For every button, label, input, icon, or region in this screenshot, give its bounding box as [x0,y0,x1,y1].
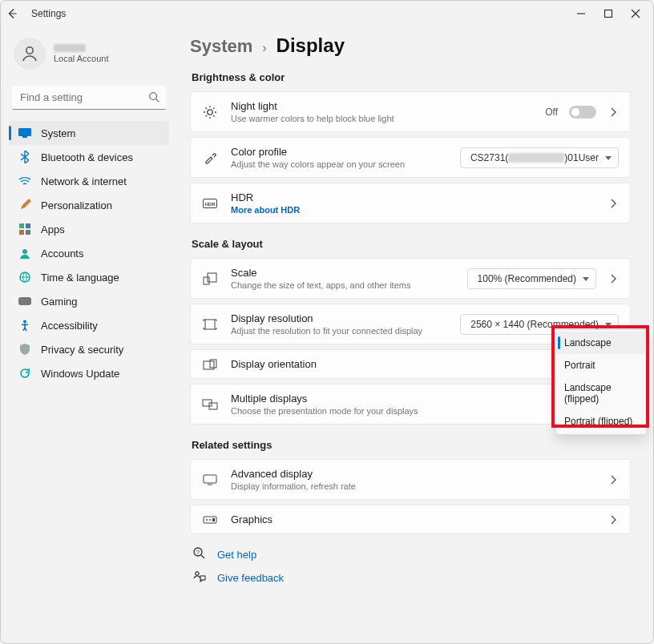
nav-system[interactable]: System [9,121,169,145]
orientation-icon [202,359,218,370]
scale-dropdown[interactable]: 100% (Recommended) [467,268,596,289]
feedback-row[interactable]: Give feedback [193,570,631,586]
nav-label: Privacy & security [41,344,123,356]
minimize-button[interactable] [575,7,587,20]
svg-point-43 [196,572,199,575]
svg-point-5 [150,93,157,100]
search-input[interactable] [12,86,166,110]
hdr-title: HDR [231,191,595,203]
section-brightness-heading: Brightness & color [192,71,631,83]
svg-point-15 [23,320,26,324]
section-scale-heading: Scale & layout [192,238,631,250]
nav-label: Gaming [41,296,78,308]
advanced-display-row[interactable]: Advanced display Display information, re… [190,459,631,500]
nav-gaming[interactable]: Gaming [9,289,169,313]
expand-chevron[interactable] [608,515,619,525]
wifi-icon [18,175,31,187]
night-light-title: Night light [231,100,532,112]
svg-point-37 [206,519,208,521]
back-button[interactable] [6,7,18,20]
nav-apps[interactable]: Apps [9,217,169,241]
svg-rect-7 [18,128,31,136]
nav-time[interactable]: Time & language [9,265,169,289]
breadcrumb-root[interactable]: System [190,36,252,57]
orientation-dropdown-menu: Landscape Portrait Landscape (flipped) P… [555,329,647,435]
nav-label: Windows Update [41,368,119,380]
person-icon [20,44,39,63]
svg-point-4 [26,47,33,54]
orientation-option-portrait[interactable]: Portrait [556,354,646,376]
night-light-toggle[interactable] [569,106,596,119]
minimize-icon [576,9,586,18]
svg-line-41 [201,555,204,558]
settings-window: Settings Local Account [0,0,654,644]
resolution-value: 2560 × 1440 (Recommended) [470,319,599,330]
nav-update[interactable]: Windows Update [9,361,169,385]
accounts-icon [18,247,31,260]
feedback-icon [193,570,206,586]
svg-rect-9 [19,223,24,228]
feedback-link[interactable]: Give feedback [217,572,284,584]
nav-network[interactable]: Network & internet [9,169,169,193]
expand-chevron[interactable] [608,274,619,284]
get-help-link[interactable]: Get help [217,549,256,561]
monitor-icon [202,474,218,485]
svg-rect-11 [19,230,24,235]
graphics-row[interactable]: Graphics [190,505,631,534]
expand-chevron[interactable] [608,107,619,117]
account-name-redacted [54,44,86,52]
nav-bluetooth[interactable]: Bluetooth & devices [9,145,169,169]
dd-prefix: CS2731( [470,152,508,163]
advanced-title: Advanced display [231,468,595,480]
svg-line-6 [156,99,159,103]
avatar [14,38,46,70]
expand-chevron[interactable] [608,199,619,208]
nav-accessibility[interactable]: Accessibility [9,313,169,337]
color-profile-dropdown[interactable]: CS2731()01User [460,147,619,168]
nav-personalization[interactable]: Personalization [9,193,169,217]
night-light-state: Off [545,107,558,118]
nav-privacy[interactable]: Privacy & security [9,337,169,361]
nav-label: System [41,127,75,139]
svg-point-16 [208,109,212,114]
maximize-button[interactable] [602,7,615,20]
svg-rect-10 [26,223,30,228]
graphics-icon [202,514,218,525]
nav-list: System Bluetooth & devices Network & int… [9,121,169,385]
globe-icon [18,271,31,284]
resolution-title: Display resolution [231,312,447,324]
svg-rect-27 [204,277,209,284]
nav-label: Accessibility [41,320,98,332]
color-profile-sub: Adjust the way colors appear on your scr… [231,159,447,169]
scale-title: Scale [231,267,454,279]
close-button[interactable] [629,7,642,20]
orientation-option-landscape[interactable]: Landscape [556,332,646,354]
orientation-option-landscape-flipped[interactable]: Landscape (flipped) [556,376,646,410]
scale-row[interactable]: Scale Change the size of text, apps, and… [190,258,631,299]
account-block[interactable]: Local Account [9,34,169,78]
resolution-icon [202,319,218,330]
sidebar: Local Account System Bluetooth & devices… [1,26,177,643]
close-icon [631,9,640,18]
section-related-heading: Related settings [192,439,631,451]
svg-rect-39 [212,518,215,521]
night-light-row[interactable]: Night light Use warmer colors to help bl… [190,91,631,132]
svg-point-13 [22,249,27,254]
orientation-option-portrait-flipped[interactable]: Portrait (flipped) [556,410,646,433]
svg-line-24 [213,107,215,109]
expand-chevron[interactable] [608,475,619,485]
titlebar: Settings [1,1,653,26]
color-profile-row[interactable]: Color profile Adjust the way colors appe… [190,137,631,178]
svg-rect-29 [205,320,215,329]
shield-icon [18,343,31,356]
graphics-title: Graphics [231,513,595,525]
nav-accounts[interactable]: Accounts [9,241,169,265]
svg-line-21 [206,107,208,109]
hdr-link[interactable]: More about HDR [231,205,595,215]
account-type: Local Account [54,54,109,63]
nav-label: Apps [41,223,65,235]
nav-label: Time & language [41,272,119,284]
apps-icon [18,223,31,235]
get-help-row[interactable]: ? Get help [193,547,631,562]
hdr-row[interactable]: HDR HDR More about HDR [190,183,631,223]
